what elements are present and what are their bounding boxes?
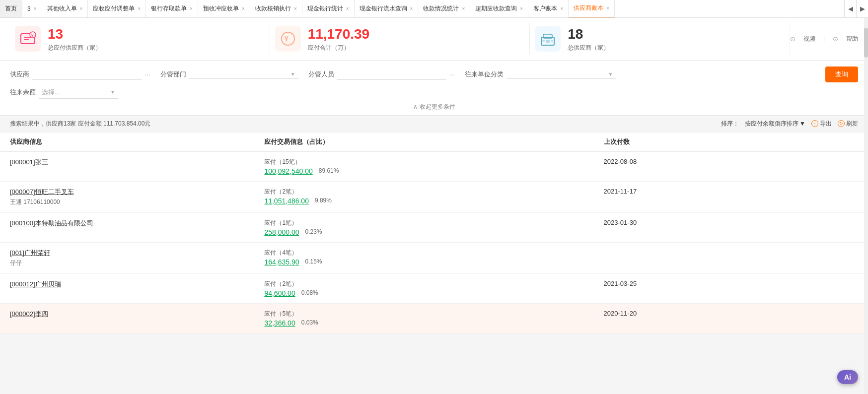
close-overdue-query[interactable]: × bbox=[520, 6, 523, 11]
nav-tab-other-income[interactable]: 其他收入单 × bbox=[42, 0, 88, 18]
filter-area: 供应商 ··· 分管部门 ▼ 分管人员 ··· 往来单位分类 ▼ 查询 往来 bbox=[0, 61, 868, 116]
export-button[interactable]: ↑ 导出 bbox=[811, 120, 832, 128]
circle-icon: ⊙ bbox=[790, 35, 796, 43]
nav-next-button[interactable]: ▶ bbox=[856, 0, 868, 18]
tx-amount-2[interactable]: 258,000.00 bbox=[264, 228, 299, 236]
last-pay-date-2: 2023-01-30 bbox=[604, 219, 637, 226]
nav-tab-cash-bank-flow[interactable]: 现金银行流水查询 × bbox=[355, 0, 419, 18]
nav-tab-cash-bank-stat-label: 现金银行统计 bbox=[307, 4, 343, 13]
nav-tab-supplier-account[interactable]: 供应商账本 × bbox=[569, 0, 615, 18]
tx-percent-5: 0.03% bbox=[301, 319, 318, 326]
table-row: [001]广州荣轩 仔仔 应付（4笔） 164,635.90 0.15% bbox=[0, 243, 868, 274]
tx-payable-label-3: 应付（4笔） bbox=[264, 249, 603, 257]
nav-prev-button[interactable]: ◀ bbox=[844, 0, 856, 18]
supplier-link-1[interactable]: [000007]恒旺二手叉车 bbox=[10, 188, 74, 196]
table-row: [000100]本特勒油品有限公司 应付（1笔） 258,000.00 0.23… bbox=[0, 213, 868, 243]
svg-text:¥: ¥ bbox=[31, 33, 34, 38]
tx-amount-5[interactable]: 32,366.00 bbox=[264, 319, 295, 327]
tx-amount-4[interactable]: 94,600.00 bbox=[264, 289, 295, 297]
summary-card-payable-suppliers: ¥ 13 总应付供应商（家） bbox=[10, 23, 270, 55]
svg-rect-10 bbox=[542, 40, 545, 42]
refresh-button[interactable]: ↻ 刷新 bbox=[838, 120, 858, 128]
tx-amount-3[interactable]: 164,635.90 bbox=[264, 258, 299, 266]
supplier-link-5[interactable]: [000002]李四 bbox=[10, 310, 48, 318]
supplier-link-3[interactable]: [001]广州荣轩 bbox=[10, 249, 50, 257]
summary-card-payable-total: ¥ 11,170.39 应付合计（万） bbox=[270, 23, 530, 55]
nav-home-label: 首页 bbox=[5, 4, 17, 13]
person-input[interactable] bbox=[337, 69, 446, 80]
close-advance-offset[interactable]: × bbox=[242, 6, 245, 11]
scrollbar-thumb[interactable] bbox=[864, 28, 868, 58]
table-header: 供应商信息 应付交易信息（占比） 上次付数 bbox=[0, 132, 868, 152]
nav-tab-advance-offset[interactable]: 预收冲应收单 × bbox=[198, 0, 250, 18]
nav-tab-overdue-query[interactable]: 超期应收款查询 × bbox=[470, 0, 528, 18]
close-collection-stat[interactable]: × bbox=[462, 6, 465, 11]
scrollbar[interactable] bbox=[864, 18, 868, 333]
total-suppliers-info: 18 总供应商（家） bbox=[568, 26, 609, 52]
payable-total-icon: ¥ bbox=[275, 26, 301, 52]
last-pay-cell-5: 2020-11-20 bbox=[604, 310, 774, 317]
tx-percent-0: 89.61% bbox=[319, 167, 339, 174]
supplier-dots-icon[interactable]: ··· bbox=[145, 70, 150, 78]
person-dots-icon[interactable]: ··· bbox=[449, 70, 455, 78]
close-cash-bank-flow[interactable]: × bbox=[410, 6, 413, 11]
nav-tab-3-close[interactable]: × bbox=[34, 6, 37, 11]
category-select[interactable]: ▼ bbox=[506, 70, 616, 79]
supplier-cell-0: [000001]张三 bbox=[10, 158, 264, 167]
transaction-cell-5: 应付（5笔） 32,366.00 0.03% bbox=[264, 310, 603, 327]
nav-tab-collection-exec[interactable]: 收款核销执行 × bbox=[250, 0, 302, 18]
supplier-cell-4: [000012]广州贝瑞 bbox=[10, 280, 264, 289]
transaction-cell-3: 应付（4笔） 164,635.90 0.15% bbox=[264, 249, 603, 266]
category-filter-label: 往来单位分类 bbox=[465, 70, 504, 79]
transaction-cell-4: 应付（2笔） 94,600.00 0.08% bbox=[264, 280, 603, 297]
tx-amount-0[interactable]: 100,092,540.00 bbox=[264, 167, 312, 175]
person-filter: 分管人员 ··· bbox=[308, 69, 455, 80]
video-link[interactable]: 视频 bbox=[803, 35, 815, 43]
help-link[interactable]: 帮助 bbox=[846, 35, 858, 43]
query-button[interactable]: 查询 bbox=[825, 66, 858, 82]
nav-tab-receivable-adjust[interactable]: 应收应付调整单 × bbox=[88, 0, 146, 18]
close-bank-deposit[interactable]: × bbox=[190, 6, 193, 11]
supplier-sub-3: 仔仔 bbox=[10, 259, 264, 267]
close-cash-bank-stat[interactable]: × bbox=[346, 6, 349, 11]
summary-card-total-suppliers: 18 总供应商（家） bbox=[530, 23, 790, 55]
sort-select[interactable]: 按应付余额倒序排序 ▼ bbox=[745, 120, 805, 128]
close-customer-account[interactable]: × bbox=[560, 6, 563, 11]
summary-bar: ¥ 13 总应付供应商（家） ¥ 11,170.39 应付合计（万） bbox=[0, 18, 868, 61]
close-supplier-account[interactable]: × bbox=[606, 5, 609, 11]
nav-tab-customer-account[interactable]: 客户账本 × bbox=[528, 0, 569, 18]
close-collection-exec[interactable]: × bbox=[294, 6, 297, 11]
table-row: [000002]李四 应付（5笔） 32,366.00 0.03% 2020-1… bbox=[0, 304, 868, 333]
dept-filter: 分管部门 ▼ bbox=[160, 70, 298, 79]
nav-tab-advance-offset-label: 预收冲应收单 bbox=[203, 4, 239, 13]
nav-home[interactable]: 首页 bbox=[0, 0, 22, 18]
table-row: [000007]恒旺二手叉车 王通 17106110000 应付（2笔） 11,… bbox=[0, 182, 868, 213]
collapse-button[interactable]: ∧ 收起更多条件 bbox=[413, 103, 455, 111]
transaction-cell-1: 应付（2笔） 11,051,486.00 9.89% bbox=[264, 188, 603, 205]
svg-rect-9 bbox=[546, 40, 550, 43]
supplier-link-4[interactable]: [000012]广州贝瑞 bbox=[10, 280, 61, 288]
supplier-input[interactable] bbox=[32, 69, 142, 80]
close-other-income[interactable]: × bbox=[80, 6, 83, 11]
payable-total-number: 11,170.39 bbox=[308, 26, 370, 43]
supplier-cell-3: [001]广州荣轩 仔仔 bbox=[10, 249, 264, 267]
nav-tab-bank-deposit[interactable]: 银行存取款单 × bbox=[146, 0, 198, 18]
nav-tab-cash-bank-stat[interactable]: 现金银行统计 × bbox=[302, 0, 355, 18]
balance-select[interactable]: 选择... ▼ bbox=[39, 86, 118, 99]
nav-tab-3[interactable]: 3 × bbox=[22, 0, 42, 18]
export-label: 导出 bbox=[820, 120, 832, 128]
supplier-filter: 供应商 ··· bbox=[10, 69, 150, 80]
close-receivable-adjust[interactable]: × bbox=[138, 6, 141, 11]
dept-select[interactable]: ▼ bbox=[189, 70, 298, 79]
tx-amount-1[interactable]: 11,051,486.00 bbox=[264, 197, 309, 205]
total-suppliers-number: 18 bbox=[568, 26, 609, 43]
tx-percent-3: 0.15% bbox=[305, 258, 322, 265]
payable-total-label: 应付合计（万） bbox=[308, 44, 370, 52]
payable-suppliers-icon: ¥ bbox=[15, 26, 41, 52]
nav-tab-collection-stat[interactable]: 收款情况统计 × bbox=[418, 0, 470, 18]
results-summary-text: 搜索结果中，供应商13家 应付金额 111,703,854.00元 bbox=[10, 120, 150, 128]
refresh-icon: ↻ bbox=[838, 120, 845, 127]
supplier-link-2[interactable]: [000100]本特勒油品有限公司 bbox=[10, 219, 93, 227]
balance-filter-label: 往来余额 bbox=[10, 88, 36, 97]
supplier-link-0[interactable]: [000001]张三 bbox=[10, 158, 48, 166]
